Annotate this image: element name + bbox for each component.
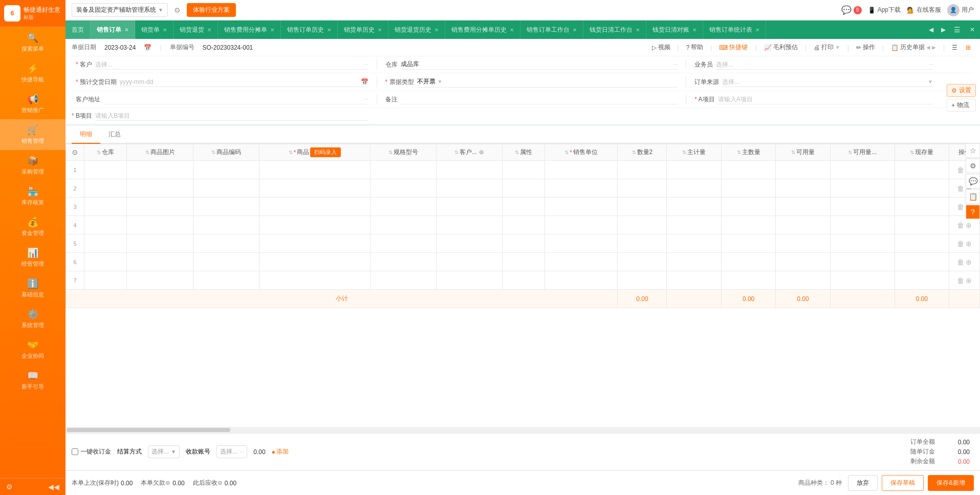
tabbar-menu-btn[interactable]: ☰ (949, 20, 965, 39)
discard-btn[interactable]: 放弃 (848, 475, 878, 491)
sort-icon[interactable]: ⇅ (632, 149, 636, 155)
tab-return-history[interactable]: 销货退货历史 ✕ (388, 20, 445, 39)
tab-workbench[interactable]: 销售订单工作台 ✕ (520, 20, 583, 39)
tab-home[interactable]: 首页 (66, 20, 91, 39)
address-dots-icon[interactable]: ··· (364, 96, 368, 102)
sort-icon[interactable]: ⇅ (515, 149, 519, 155)
salesperson-input-box[interactable]: ··· (716, 60, 933, 70)
sidebar-collapse-icon[interactable]: ◀◀ (48, 483, 59, 491)
sidebar-item-finance[interactable]: 💰 资金管理 (0, 211, 66, 242)
warehouse-input[interactable] (401, 61, 671, 68)
delivery-date-input[interactable] (120, 78, 359, 85)
sidebar-item-system[interactable]: ⚙️ 系统管理 (0, 304, 66, 334)
tab-close-icon[interactable]: ✕ (378, 27, 382, 33)
delete-icon[interactable]: 🗑 (957, 184, 964, 192)
side-btn-5[interactable]: ? (966, 205, 980, 219)
calendar-icon[interactable]: 📅 (144, 44, 151, 51)
remarks-input[interactable] (401, 96, 678, 103)
tabbar-close-btn[interactable]: ✕ (965, 20, 980, 39)
sort-icon[interactable]: ⇅ (737, 149, 741, 155)
b-project-input[interactable] (95, 112, 368, 119)
app-selector[interactable]: 装备及固定资产辅助管理系统 ▼ (72, 3, 168, 17)
scroll-track[interactable] (66, 427, 980, 433)
customer-input[interactable] (95, 61, 362, 68)
side-btn-1[interactable]: ☆ (966, 143, 980, 158)
sidebar-item-guide[interactable]: 📖 新手引导 (0, 365, 66, 396)
gear-icon[interactable]: ⚙ (72, 148, 78, 157)
tab-close-icon[interactable]: ✕ (124, 27, 128, 33)
tab-fee-history[interactable]: 销售费用分摊单历史 ✕ (445, 20, 520, 39)
payment-method-select[interactable]: 选择... ▼ (148, 445, 180, 458)
preview-btn[interactable]: ▷ 视频 (649, 42, 673, 53)
scroll-thumb[interactable] (67, 428, 230, 432)
delivery-date-input-box[interactable]: 📅 (120, 77, 368, 87)
sidebar-item-search[interactable]: 🔍 搜索菜单 (0, 27, 66, 58)
topbar-gear-icon[interactable]: ⚙ (172, 4, 183, 16)
help-btn[interactable]: ? 帮助 (683, 42, 707, 53)
sidebar-item-inventory[interactable]: 🏪 库存核算 (0, 181, 66, 211)
user-item[interactable]: 👤 用户 (947, 4, 974, 16)
one-click-payment-checkbox[interactable]: 一键收订金 (72, 447, 111, 456)
warehouse-input-box[interactable]: ··· (401, 60, 678, 70)
one-click-checkbox-input[interactable] (72, 448, 78, 455)
app-download-item[interactable]: 📱 App下载 (868, 6, 901, 14)
tab-daily-reconcile[interactable]: 钱货日清对账 ✕ (646, 20, 703, 39)
delete-icon[interactable]: 🗑 (957, 258, 964, 266)
tab-sales-order[interactable]: 销售订单 ✕ (91, 20, 135, 39)
account-dots-icon[interactable]: ··· (239, 449, 244, 455)
sort-icon[interactable]: ⇅ (145, 149, 149, 155)
grid-view-btn[interactable]: ⊞ (963, 43, 974, 52)
delete-icon[interactable]: 🗑 (957, 166, 964, 174)
a-project-input-box[interactable] (718, 95, 933, 104)
sidebar-item-marketing[interactable]: 📢 营销推广 (0, 89, 66, 119)
industry-btn[interactable]: 体验行业方案 (187, 3, 236, 17)
sort-icon[interactable]: ⇅ (388, 149, 393, 155)
delete-icon[interactable]: 🗑 (957, 240, 964, 248)
tab-close-icon[interactable]: ✕ (692, 27, 696, 33)
sidebar-item-quicknav[interactable]: ⚡ 快捷导航 (0, 58, 66, 89)
settings-btn[interactable]: ⚙ 设置 (947, 84, 976, 97)
sidebar-item-enterprise[interactable]: 🤝 企业协同 (0, 334, 66, 365)
list-view-btn[interactable]: ☰ (949, 43, 961, 52)
sort-icon[interactable]: ⇅ (848, 149, 852, 155)
tab-sales-goods[interactable]: 销货单 ✕ (135, 20, 173, 39)
tab-close-icon[interactable]: ✕ (327, 27, 331, 33)
operation-btn[interactable]: ✏ 操作 (853, 42, 878, 53)
copy-icon[interactable]: ⊕ (966, 258, 972, 266)
tab-close-icon[interactable]: ✕ (434, 27, 439, 33)
tab-sales-stats[interactable]: 销售订单统计表 ✕ (703, 20, 766, 39)
tab-close-icon[interactable]: ✕ (510, 27, 514, 33)
sidebar-settings-icon[interactable]: ⚙ (6, 483, 13, 491)
invoice-type-select[interactable]: 不开票 ▼ (417, 76, 678, 88)
side-btn-4[interactable]: 📋 (966, 189, 980, 204)
sort-icon[interactable]: ⇅ (454, 149, 459, 155)
tabbar-next-btn[interactable]: ▶ (937, 20, 949, 39)
payment-account-select[interactable]: 选择... ··· (216, 445, 247, 458)
sidebar-item-operation[interactable]: 📊 经营管理 (0, 242, 66, 273)
add-payment-btn[interactable]: ● 添加 (272, 447, 289, 456)
a-project-input[interactable] (718, 96, 933, 103)
customer-input-box[interactable]: ··· (95, 60, 368, 70)
shortcut-btn[interactable]: ⌨ 快捷键 (716, 42, 751, 53)
sort-icon[interactable]: ⇅ (97, 149, 101, 155)
order-source-input[interactable] (722, 78, 926, 85)
remarks-input-box[interactable] (401, 95, 678, 104)
tab-close-icon[interactable]: ✕ (270, 27, 274, 33)
profit-btn[interactable]: 📈 毛利预估 (761, 42, 801, 53)
b-project-input-box[interactable] (95, 111, 368, 121)
sort-icon[interactable]: ⇅ (682, 149, 686, 155)
tab-close-icon[interactable]: ✕ (207, 27, 211, 33)
tab-detail[interactable]: 明细 (72, 126, 100, 144)
tab-close-icon[interactable]: ✕ (636, 27, 640, 33)
notification-item[interactable]: 💬 9 (841, 5, 862, 15)
sort-icon[interactable]: ⇅ (791, 149, 795, 155)
address-input-box[interactable]: ··· (103, 95, 368, 104)
delete-icon[interactable]: 🗑 (957, 276, 964, 285)
side-btn-3[interactable]: 💬 (966, 174, 980, 188)
logistics-btn[interactable]: + 物流 (947, 99, 976, 112)
save-new-btn[interactable]: 保存&新增 (928, 475, 974, 491)
sort-icon[interactable]: ⇅ (564, 149, 569, 155)
sidebar-item-baseinfo[interactable]: ℹ️ 基础信息 (0, 273, 66, 304)
tab-close-icon[interactable]: ✕ (755, 27, 759, 33)
tab-sales-return[interactable]: 销货退货 ✕ (173, 20, 218, 39)
